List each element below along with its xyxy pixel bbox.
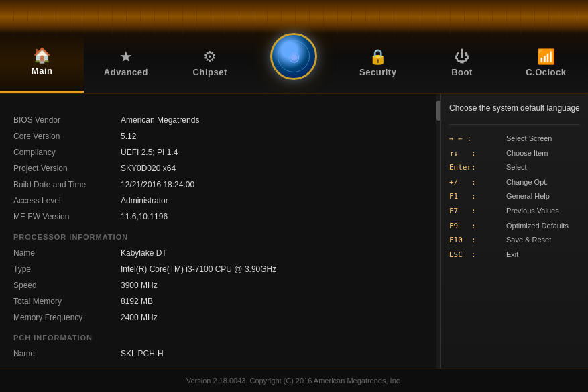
pch-name-row: Name SKL PCH-H [13, 346, 423, 362]
shortcut-desc-f1: General Help [506, 191, 550, 203]
footer-text: Version 2.18.0043. Copyright (C) 2016 Am… [186, 377, 402, 385]
nav-label-coclock: C.Oclock [526, 67, 566, 77]
total-memory-row: Total Memory 8192 MB [13, 293, 423, 309]
shortcut-key-esc: ESC : [449, 249, 506, 261]
bios-vendor-value: American Megatrends [121, 114, 423, 126]
project-version-value: SKY0D020 x64 [121, 162, 423, 175]
shortcut-desc-select-screen: Select Screen [506, 133, 552, 145]
memory-freq-value: 2400 MHz [121, 311, 423, 324]
shortcut-enter: Enter: Select [449, 160, 580, 175]
processor-name-label: Name [13, 247, 121, 259]
help-hint: Choose the system default language [449, 102, 580, 114]
pch-name-label: Name [13, 348, 121, 360]
total-memory-label: Total Memory [13, 295, 121, 307]
shortcut-key-choose-item: ↑↓ : [449, 148, 506, 160]
lock-icon: 🔒 [369, 50, 387, 64]
processor-type-row: Type Intel(R) Core(TM) i3-7100 CPU @ 3.9… [13, 261, 423, 277]
gear-icon: ⚙ [203, 50, 217, 64]
compliancy-row: Compliancy UEFI 2.5; PI 1.4 [13, 144, 423, 160]
nav-logo: ◉ [252, 27, 336, 86]
nav-item-boot[interactable]: ⏻ Boot [420, 34, 504, 93]
compliancy-value: UEFI 2.5; PI 1.4 [121, 146, 423, 158]
speed-value: 3900 MHz [121, 279, 423, 291]
logo-circle: ◉ [270, 33, 317, 80]
chart-icon: 📶 [537, 50, 555, 64]
memory-freq-row: Memory Frequency 2400 MHz [13, 309, 423, 326]
core-version-label: Core Version [13, 130, 121, 142]
shortcut-key-change-opt: +/- : [449, 177, 506, 189]
nav-bar: 🏠 Main ★ Advanced ⚙ Chipset ◉ 🔒 Security… [0, 34, 588, 94]
shortcut-desc-enter: Select [506, 162, 527, 174]
shortcut-f9: F9 : Optimized Defaults [449, 219, 580, 234]
section-pch: PCH Information [13, 334, 423, 342]
nav-item-main[interactable]: 🏠 Main [0, 34, 84, 93]
shortcut-desc-f10: Save & Reset [506, 234, 551, 246]
nav-item-coclock[interactable]: 📶 C.Oclock [504, 34, 588, 93]
info-panel: BIOS Vendor American Megatrends Core Ver… [0, 94, 436, 369]
shortcut-key-f9: F9 : [449, 220, 506, 232]
shortcut-desc-change-opt: Change Opt. [506, 177, 548, 189]
processor-name-value: Kabylake DT [121, 247, 423, 259]
bios-frame: 🏠 Main ★ Advanced ⚙ Chipset ◉ 🔒 Security… [0, 0, 588, 392]
bios-vendor-label: BIOS Vendor [13, 114, 121, 126]
access-level-row: Access Level Administrator [13, 193, 423, 209]
shortcut-desc-esc: Exit [506, 249, 518, 261]
speed-row: Speed 3900 MHz [13, 277, 423, 293]
nav-label-chipset: Chipset [193, 67, 227, 77]
speed-label: Speed [13, 279, 121, 291]
shortcut-key-select-screen: → ← : [449, 133, 506, 145]
me-fw-row: ME FW Version 11.6,10.1196 [13, 209, 423, 225]
core-version-value: 5.12 [121, 130, 423, 142]
access-level-value: Administrator [121, 195, 423, 207]
shortcut-f10: F10 : Save & Reset [449, 233, 580, 248]
content-area: BIOS Vendor American Megatrends Core Ver… [0, 94, 588, 369]
build-date-value: 12/21/2016 18:24:00 [121, 179, 423, 191]
me-fw-label: ME FW Version [13, 211, 121, 223]
shortcut-change-opt: +/- : Change Opt. [449, 175, 580, 190]
shortcut-desc-f9: Optimized Defaults [506, 220, 569, 232]
nav-label-security: Security [359, 67, 396, 77]
nav-item-advanced[interactable]: ★ Advanced [84, 34, 168, 93]
shortcut-key-f1: F1 : [449, 191, 506, 203]
shortcut-desc-f7: Previous Values [506, 205, 559, 217]
memory-freq-label: Memory Frequency [13, 311, 121, 324]
section-processor: Processor Information [13, 233, 423, 241]
pch-name-value: SKL PCH-H [121, 348, 423, 360]
scrollbar[interactable] [436, 94, 440, 369]
nav-item-security[interactable]: 🔒 Security [336, 34, 420, 93]
shortcut-f1: F1 : General Help [449, 189, 580, 204]
processor-type-label: Type [13, 263, 121, 275]
footer: Version 2.18.0043. Copyright (C) 2016 Am… [0, 369, 588, 392]
help-panel: Choose the system default language → ← :… [440, 94, 588, 369]
logo-glow-icon: ◉ [288, 48, 300, 64]
build-date-row: Build Date and Time 12/21/2016 18:24:00 [13, 177, 423, 193]
core-version-row: Core Version 5.12 [13, 128, 423, 144]
project-version-row: Project Version SKY0D020 x64 [13, 160, 423, 177]
power-icon: ⏻ [455, 50, 469, 64]
shortcut-esc: ESC : Exit [449, 248, 580, 262]
shortcut-key-f10: F10 : [449, 234, 506, 246]
shortcut-desc-choose-item: Choose Item [506, 148, 548, 160]
shortcut-f7: F7 : Previous Values [449, 204, 580, 219]
bios-vendor-row: BIOS Vendor American Megatrends [13, 112, 423, 128]
me-fw-value: 11.6,10.1196 [121, 211, 423, 223]
nav-label-advanced: Advanced [104, 67, 148, 77]
shortcut-key-f7: F7 : [449, 205, 506, 217]
scroll-thumb[interactable] [436, 101, 440, 121]
processor-name-row: Name Kabylake DT [13, 245, 423, 261]
shortcut-key-enter: Enter: [449, 162, 506, 174]
build-date-label: Build Date and Time [13, 179, 121, 191]
star-icon: ★ [119, 50, 133, 64]
access-level-label: Access Level [13, 195, 121, 207]
shortcut-select-screen: → ← : Select Screen [449, 132, 580, 146]
total-memory-value: 8192 MB [121, 295, 423, 307]
nav-label-main: Main [32, 66, 53, 76]
project-version-label: Project Version [13, 162, 121, 175]
nav-item-chipset[interactable]: ⚙ Chipset [168, 34, 252, 93]
compliancy-label: Compliancy [13, 146, 121, 158]
nav-label-boot: Boot [451, 67, 473, 77]
home-icon: 🏠 [33, 48, 51, 63]
shortcut-choose-item: ↑↓ : Choose Item [449, 146, 580, 161]
processor-type-value: Intel(R) Core(TM) i3-7100 CPU @ 3.90GHz [121, 263, 423, 275]
help-divider [449, 124, 580, 125]
